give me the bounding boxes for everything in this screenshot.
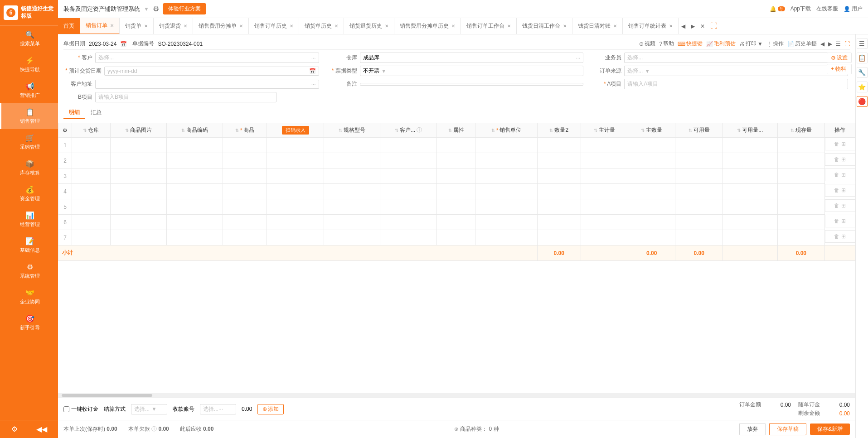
row-5-unit[interactable] <box>475 199 538 215</box>
note-input[interactable] <box>360 83 584 86</box>
row-6-spec[interactable] <box>324 215 380 230</box>
solution-button[interactable]: 体验行业方案 <box>163 3 206 14</box>
th-attr[interactable]: ⇅属性 <box>437 123 475 138</box>
th-available[interactable]: ⇅可用量 <box>675 123 723 138</box>
right-panel-tool-icon[interactable]: 🔧 <box>857 67 868 78</box>
row-1-code[interactable] <box>166 138 223 153</box>
row-2-spec[interactable] <box>324 153 380 168</box>
row-2-available[interactable] <box>675 153 723 168</box>
row-4-main-qty[interactable] <box>628 184 675 199</box>
row-5-stock[interactable] <box>777 199 824 215</box>
row-4-scan[interactable] <box>267 184 324 199</box>
view-icon[interactable]: ⊙ 视频 <box>639 40 655 48</box>
row-2-stock[interactable] <box>777 153 824 168</box>
row-4-stock[interactable] <box>777 184 824 199</box>
th-code[interactable]: ⇅商品编码 <box>166 123 223 138</box>
product-sort-icon[interactable]: ⇅ <box>235 128 239 133</box>
row-2-image[interactable] <box>110 153 166 168</box>
main-unit-sort-icon[interactable]: ⇅ <box>594 128 597 133</box>
tab-expand-icon[interactable]: ⛶ <box>708 18 720 34</box>
row-5-code[interactable] <box>166 199 223 215</box>
row-4-warehouse[interactable] <box>72 184 111 199</box>
delivery-calendar-icon[interactable]: 📅 <box>309 68 316 74</box>
collapse-icon[interactable]: ◀◀ <box>36 425 47 433</box>
save-draft-button[interactable]: 保存草稿 <box>769 423 806 435</box>
sidebar-item-guide[interactable]: 🎯 新手引导 <box>0 310 58 336</box>
row-3-available2[interactable] <box>723 168 777 184</box>
ticket-select[interactable]: 不开票 ▼ <box>360 66 584 76</box>
tab-daily-workbench[interactable]: 钱货日清工作台✕ <box>517 18 572 34</box>
row-3-copy-icon[interactable]: ⊞ <box>841 172 846 178</box>
add-product-button[interactable]: + 物料 <box>827 64 852 74</box>
system-dropdown-icon[interactable]: ▼ <box>144 6 149 12</box>
tab-close-return-history[interactable]: ✕ <box>385 24 388 29</box>
row-4-copy-icon[interactable]: ⊞ <box>841 187 846 193</box>
one-click-checkbox[interactable] <box>63 406 69 412</box>
row-7-main-unit[interactable] <box>581 230 628 245</box>
tab-close-expense[interactable]: ✕ <box>239 24 243 29</box>
sidebar-item-basic[interactable]: 📝 基础信息 <box>0 232 58 258</box>
tab-close-order-history[interactable]: ✕ <box>290 24 293 29</box>
row-7-warehouse[interactable] <box>72 230 111 245</box>
date-value[interactable]: 2023-03-24 <box>89 41 116 47</box>
row-6-available[interactable] <box>675 215 723 230</box>
sidebar-item-purchase[interactable]: 🛒 采购管理 <box>0 129 58 155</box>
row-2-warehouse[interactable] <box>72 153 111 168</box>
settings-bottom-icon[interactable]: ⚙ <box>11 425 18 433</box>
row-2-code[interactable] <box>166 153 223 168</box>
row-7-image[interactable] <box>110 230 166 245</box>
save-new-button[interactable]: 保存&新增 <box>810 424 850 435</box>
sidebar-item-collab[interactable]: 🤝 企业协同 <box>0 284 58 310</box>
row-1-available[interactable] <box>675 138 723 153</box>
sidebar-item-inventory[interactable]: 📦 库存核算 <box>0 155 58 181</box>
row-5-copy-icon[interactable]: ⊞ <box>841 202 846 209</box>
profit-icon[interactable]: 📈 毛利预估 <box>706 40 736 48</box>
row-6-stock[interactable] <box>777 215 824 230</box>
row-1-qty2[interactable] <box>537 138 581 153</box>
row-2-available2[interactable] <box>723 153 777 168</box>
row-2-attr[interactable] <box>437 153 475 168</box>
row-2-main-unit[interactable] <box>581 153 628 168</box>
tab-close-reconcile[interactable]: ✕ <box>613 24 617 29</box>
row-7-available[interactable] <box>675 230 723 245</box>
settlement-select[interactable]: 选择... ▼ <box>131 404 167 414</box>
tab-stats[interactable]: 销售订单统计表✕ <box>623 18 679 34</box>
order-num-value[interactable]: SO-20230324-001 <box>158 41 203 47</box>
tab-close-stats[interactable]: ✕ <box>669 24 673 29</box>
row-6-code[interactable] <box>166 215 223 230</box>
tab-prev-icon[interactable]: ◀ <box>679 18 688 34</box>
row-6-delete-icon[interactable]: 🗑 <box>834 218 839 224</box>
help-icon[interactable]: ? 帮助 <box>659 40 674 48</box>
row-5-main-unit[interactable] <box>581 199 628 215</box>
th-stock[interactable]: ⇅现存量 <box>777 123 824 138</box>
detail-tab-summary[interactable]: 汇总 <box>85 107 107 119</box>
settings-float-button[interactable]: ⚙ 设置 <box>827 53 852 63</box>
sidebar-item-search[interactable]: 🔍 搜索菜单 <box>0 26 58 52</box>
right-panel-list-icon[interactable]: ☰ <box>857 38 868 49</box>
row-7-unit[interactable] <box>475 230 538 245</box>
row-2-unit[interactable] <box>475 153 538 168</box>
detail-tab-detail[interactable]: 明细 <box>63 107 85 119</box>
add-receipt-button[interactable]: ⊕ 添加 <box>257 404 284 414</box>
row-6-main-unit[interactable] <box>581 215 628 230</box>
row-4-qty2[interactable] <box>537 184 581 199</box>
row-4-main-unit[interactable] <box>581 184 628 199</box>
delivery-input[interactable]: yyyy-mm-dd 📅 <box>104 67 319 76</box>
history-icon[interactable]: 📄 历史单据 <box>787 40 817 48</box>
th-product[interactable]: ⇅*商品 <box>223 123 267 138</box>
row-5-scan[interactable] <box>267 199 324 215</box>
tab-expense[interactable]: 销售费用分摊单✕ <box>193 18 249 34</box>
th-customer-code[interactable]: ⇅客户...ⓘ <box>380 123 437 138</box>
row-5-available[interactable] <box>675 199 723 215</box>
row-7-spec[interactable] <box>324 230 380 245</box>
available-sort-icon[interactable]: ⇅ <box>689 128 692 133</box>
row-4-delete-icon[interactable]: 🗑 <box>834 187 839 193</box>
row-5-warehouse[interactable] <box>72 199 111 215</box>
online-service-link[interactable]: 在线客服 <box>816 5 838 13</box>
print-icon[interactable]: 🖨 打印 ▼ <box>739 40 763 48</box>
row-2-scan[interactable] <box>267 153 324 168</box>
row-2-product[interactable] <box>223 153 267 168</box>
row-1-product[interactable] <box>223 138 267 153</box>
expand-form-icon[interactable]: ⛶ <box>844 41 850 47</box>
nav-prev[interactable]: ◀ <box>820 41 824 47</box>
